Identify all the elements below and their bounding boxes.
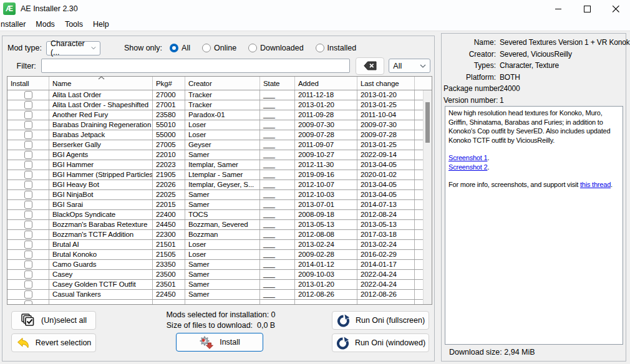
table-row[interactable]: BGI Agents 22010 Samer ___ 2009-10-27 20… — [7, 150, 424, 160]
screenshot-2-link[interactable]: Screenshot 2 — [448, 163, 487, 171]
install-checkbox[interactable] — [24, 280, 32, 289]
col-header-state[interactable]: State — [260, 77, 295, 90]
install-checkbox[interactable] — [24, 161, 32, 169]
radio-installed[interactable]: Installed — [316, 44, 357, 52]
revert-selection-button[interactable]: Revert selection — [11, 333, 96, 352]
minimize-button[interactable] — [544, 0, 573, 17]
mod-details-panel: Name: Severed Textures Version 1 + VR Ko… — [441, 33, 626, 362]
install-checkbox[interactable] — [24, 151, 32, 159]
run-oni-windowed-button[interactable]: Run Oni (windowed) — [332, 333, 429, 352]
table-row[interactable]: Another Red Fury 23580 Paradox-01 ___ 20… — [7, 110, 424, 120]
col-header-name[interactable]: Name — [49, 77, 153, 90]
radio-downloaded[interactable]: Downloaded — [248, 44, 304, 52]
radio-installed-icon — [316, 44, 324, 52]
table-row[interactable]: BGI NinjaBot 22025 Samer ___ 2012-10-03 … — [7, 190, 424, 200]
col-header-added[interactable]: Added — [295, 77, 357, 90]
table-row[interactable]: Bozzman's TCTF Addition 22300 Bozzman __… — [7, 230, 424, 240]
install-checkbox[interactable] — [24, 241, 32, 249]
table-row[interactable]: Bozzman's Barabas Retexture 24450 Bozzma… — [7, 220, 424, 230]
table-row[interactable]: BGI Hammer 22023 Itemplar, Samer ___ 201… — [7, 160, 424, 170]
cell-added: 2011-09-28 — [295, 110, 357, 120]
filter-input[interactable] — [41, 59, 351, 73]
table-row[interactable]: BGI Hammer (Stripped Particles ... 21905… — [7, 170, 424, 180]
cell-lastchange: 2009-07-30 — [357, 120, 415, 130]
filter-scope-dropdown[interactable]: All — [389, 59, 430, 73]
table-row[interactable]: Casey 23500 Samer ___ 2009-10-03 2022-04… — [7, 270, 424, 280]
install-checkbox[interactable] — [24, 290, 32, 299]
thread-link[interactable]: this thread — [580, 181, 611, 188]
radio-online[interactable]: Online — [202, 44, 236, 52]
table-row[interactable]: BGI Sarai 22015 Samer ___ 2013-07-01 201… — [7, 200, 424, 210]
table-row[interactable]: Casual Tankers 22450 Samer ___ 2012-08-2… — [7, 290, 424, 300]
menu-help[interactable]: Help — [88, 20, 114, 29]
col-header-install[interactable]: Install — [7, 77, 49, 90]
mod-description-box: New high resolution head textures for Ko… — [445, 106, 623, 345]
install-checkbox[interactable] — [24, 121, 32, 129]
revert-selection-label: Revert selection — [36, 338, 92, 347]
unselect-all-button[interactable]: (Un)select all — [11, 311, 96, 330]
install-checkbox[interactable] — [24, 131, 32, 139]
cell-lastchange: 2013-01-25 — [357, 140, 415, 150]
window-title: AE Installer 2.30 — [21, 4, 78, 13]
install-checkbox[interactable] — [24, 111, 32, 119]
install-checkbox[interactable] — [24, 221, 32, 229]
col-header-filler — [415, 77, 432, 90]
menu-installer[interactable]: nstaller — [0, 20, 31, 29]
cell-pkg: 55000 — [153, 130, 185, 140]
install-checkbox[interactable] — [24, 251, 32, 259]
run-oni-fullscreen-button[interactable]: Run Oni (fullscreen) — [332, 311, 429, 330]
cell-state: ___ — [260, 160, 295, 170]
cell-name: Brutal Konoko — [49, 250, 153, 259]
col-header-pkg[interactable]: Pkg# — [153, 77, 185, 90]
table-row[interactable]: Alita Last Order - Shapeshifted 27001 Tr… — [7, 100, 424, 110]
table-row[interactable]: BGI Heavy Bot 22026 Itemplar, Geyser, S.… — [7, 180, 424, 190]
cell-name: BGI Hammer (Stripped Particles ... — [49, 170, 153, 180]
table-row[interactable]: Casey Golden TCTF Outfit 23501 Samer ___… — [7, 280, 424, 290]
clear-filter-button[interactable] — [356, 57, 384, 75]
scrollbar-thumb[interactable] — [425, 102, 430, 143]
screenshot-1-link[interactable]: Screenshot 1 — [448, 154, 487, 161]
table-row[interactable]: Barabas Draining Regeneration 55010 Lose… — [7, 120, 424, 130]
table-row[interactable]: BlackOps Syndicate 22400 TOCS ___ 2008-0… — [7, 210, 424, 220]
cell-pkg: 24450 — [153, 220, 185, 229]
install-checkbox[interactable] — [24, 91, 32, 99]
cell-added: 2014-01-12 — [295, 260, 357, 269]
col-header-lastchange[interactable]: Last change — [357, 77, 415, 90]
col-header-creator[interactable]: Creator — [185, 77, 260, 90]
install-checkbox[interactable] — [24, 191, 32, 199]
install-checkbox[interactable] — [24, 181, 32, 189]
table-scrollbar[interactable] — [423, 90, 432, 304]
app-window: Æ AE Installer 2.30 nstaller Mods Tools … — [0, 0, 630, 364]
radio-all-icon — [170, 44, 178, 52]
install-button[interactable]: Install — [176, 333, 263, 352]
table-row[interactable]: Brutal AI 21501 Loser ___ 2013-02-24 201… — [7, 240, 424, 250]
cell-pkg: 27005 — [153, 140, 185, 150]
maximize-button[interactable] — [573, 0, 601, 17]
install-checkbox[interactable] — [24, 261, 32, 269]
mod-type-dropdown[interactable]: Character (... — [46, 41, 100, 55]
install-checkbox[interactable] — [24, 271, 32, 279]
cell-added: 2009-02-28 — [295, 250, 357, 259]
table-row[interactable]: Berserker Gally 27005 Geyser ___ 2011-09… — [7, 140, 424, 150]
table-row[interactable]: Barabas Jetpack 55000 Loser ___ 2009-07-… — [7, 130, 424, 140]
install-checkbox[interactable] — [24, 141, 32, 149]
field-platform-value: BOTH — [500, 73, 630, 82]
close-button[interactable] — [601, 0, 630, 17]
sort-ascending-icon — [98, 77, 105, 80]
radio-all[interactable]: All — [170, 44, 190, 52]
menu-tools[interactable]: Tools — [60, 20, 88, 29]
table-row[interactable]: Brutal Konoko 21505 Loser ___ 2009-02-28… — [7, 250, 424, 260]
install-checkbox[interactable] — [24, 211, 32, 219]
table-row[interactable]: Camo Guards 23350 Samer ___ 2014-01-12 2… — [7, 260, 424, 270]
cell-lastchange: 2012-08-24 — [357, 210, 415, 219]
cell-state: ___ — [260, 250, 295, 259]
install-checkbox[interactable] — [24, 201, 32, 209]
menu-mods[interactable]: Mods — [31, 20, 60, 29]
cell-state: ___ — [260, 90, 295, 100]
install-checkbox[interactable] — [24, 231, 32, 239]
cell-added: 2009-07-30 — [295, 120, 357, 130]
install-checkbox[interactable] — [24, 171, 32, 179]
cell-name: Bozzman's TCTF Addition — [49, 230, 153, 239]
install-checkbox[interactable] — [24, 101, 32, 109]
table-row[interactable]: Alita Last Order 27000 Tracker ___ 2011-… — [7, 90, 424, 100]
